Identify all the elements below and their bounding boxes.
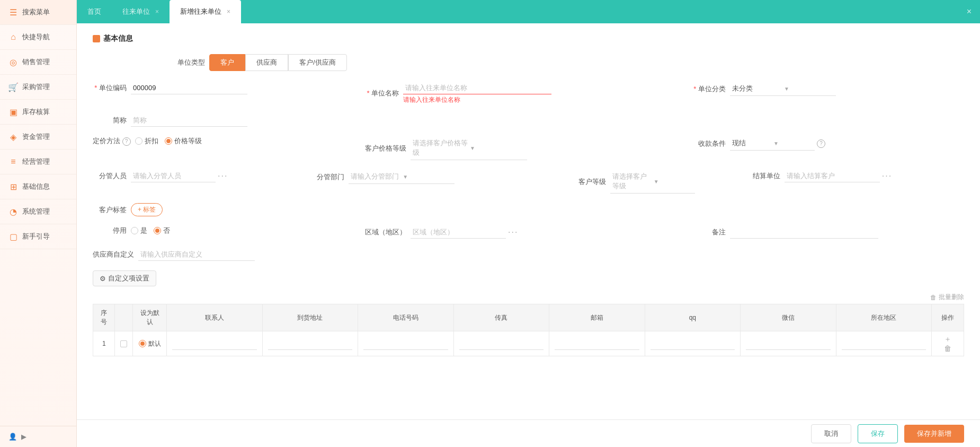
payment-help-icon[interactable]: ? bbox=[817, 139, 825, 148]
unit-code-input[interactable] bbox=[131, 82, 247, 94]
unit-category-select[interactable]: 未分类 ▼ bbox=[730, 82, 836, 96]
radio-disabled-no[interactable]: 否 bbox=[154, 226, 170, 235]
pricing-help-icon[interactable]: ? bbox=[122, 137, 131, 146]
field-supplier-custom: 供应商自定义 bbox=[93, 248, 964, 261]
sidebar-item-finance[interactable]: ◈ 资金管理 bbox=[0, 125, 76, 150]
field-manager: 分管人员 ··· bbox=[93, 170, 310, 182]
row-add-btn[interactable]: ＋ bbox=[942, 334, 954, 344]
tab-new-partner-close[interactable]: × bbox=[227, 8, 230, 15]
basic-icon: ⊞ bbox=[8, 182, 18, 191]
sidebar-item-quick-nav[interactable]: ⌂ 快捷导航 bbox=[0, 25, 76, 50]
radio-disabled-yes[interactable]: 是 bbox=[131, 226, 147, 235]
fax-input[interactable] bbox=[459, 337, 544, 350]
cell-email[interactable] bbox=[549, 331, 645, 356]
department-arrow: ▼ bbox=[403, 174, 452, 180]
manager-label: 分管人员 bbox=[93, 171, 131, 181]
cancel-button[interactable]: 取消 bbox=[811, 424, 851, 443]
radio-discount[interactable]: 折扣 bbox=[135, 136, 158, 146]
sidebar-label-quick-nav: 快捷导航 bbox=[22, 32, 50, 42]
tabbar-close-btn[interactable]: × bbox=[958, 7, 980, 16]
btn-both[interactable]: 客户/供应商 bbox=[288, 54, 347, 71]
department-select[interactable]: 请输入分管部门 ▼ bbox=[349, 170, 455, 184]
settlement-label: 结算单位 bbox=[746, 171, 785, 181]
cell-region[interactable] bbox=[836, 331, 931, 356]
custom-settings-area: ⚙ 自定义项设置 bbox=[93, 270, 964, 286]
field-settlement: 结算单位 ··· bbox=[746, 170, 964, 182]
row-checkbox[interactable] bbox=[120, 340, 127, 347]
unit-name-input[interactable] bbox=[403, 82, 551, 94]
cell-phone[interactable] bbox=[358, 331, 453, 356]
table-row: 1 默认 bbox=[93, 331, 964, 356]
sidebar-label-basic: 基础信息 bbox=[22, 182, 50, 191]
sidebar-item-search[interactable]: ☰ 搜索菜单 bbox=[0, 0, 76, 25]
remarks-input[interactable] bbox=[730, 226, 878, 239]
manager-more-btn[interactable]: ··· bbox=[216, 171, 230, 181]
supplier-custom-input[interactable] bbox=[138, 248, 255, 261]
customer-level-select[interactable]: 请选择客户等级 ▼ bbox=[610, 170, 695, 194]
customer-price-level-label: 客户价格等级 bbox=[365, 144, 411, 153]
customer-price-level-arrow: ▼ bbox=[470, 145, 525, 151]
btn-supplier[interactable]: 供应商 bbox=[245, 54, 288, 71]
tab-home[interactable]: 首页 bbox=[77, 0, 112, 23]
sidebar-avatar-icon: 👤 bbox=[8, 433, 17, 441]
add-tag-button[interactable]: + 标签 bbox=[131, 203, 163, 216]
row-unit-info: * 单位编码 * 单位名称 请输入往来单位名称 * 单位分类 bbox=[93, 82, 964, 104]
sidebar-item-operation[interactable]: ≡ 经营管理 bbox=[0, 150, 76, 174]
contact-input[interactable] bbox=[172, 337, 256, 350]
sidebar-item-basic[interactable]: ⊞ 基础信息 bbox=[0, 174, 76, 199]
sidebar-item-purchase[interactable]: 🛒 采购管理 bbox=[0, 75, 76, 100]
tab-partner[interactable]: 往来单位 × bbox=[112, 0, 170, 23]
sidebar-item-guide[interactable]: ▢ 新手引导 bbox=[0, 224, 76, 249]
customer-level-arrow: ▼ bbox=[654, 179, 693, 185]
qq-input[interactable] bbox=[651, 337, 735, 350]
cell-contact[interactable] bbox=[167, 331, 262, 356]
unit-category-arrow: ▼ bbox=[784, 86, 834, 92]
row-delete-btn[interactable]: 🗑 bbox=[942, 343, 954, 354]
btn-customer[interactable]: 客户 bbox=[209, 54, 245, 71]
region-input[interactable] bbox=[411, 226, 506, 239]
operation-icon: ≡ bbox=[8, 157, 18, 166]
cell-qq[interactable] bbox=[645, 331, 740, 356]
sidebar-item-system[interactable]: ◔ 系统管理 bbox=[0, 199, 76, 224]
wechat-input[interactable] bbox=[746, 337, 830, 350]
save-button[interactable]: 保存 bbox=[858, 424, 898, 443]
sidebar-label-guide: 新手引导 bbox=[22, 232, 50, 241]
col-header-phone: 电话号码 bbox=[358, 304, 453, 331]
email-input[interactable] bbox=[555, 337, 639, 350]
payment-terms-select[interactable]: 现结 ▼ bbox=[730, 136, 815, 151]
sales-icon: ◎ bbox=[8, 57, 18, 67]
custom-settings-button[interactable]: ⚙ 自定义项设置 bbox=[93, 270, 156, 286]
settlement-more-btn[interactable]: ··· bbox=[880, 171, 894, 181]
manager-input[interactable] bbox=[131, 170, 216, 182]
radio-price-level[interactable]: 价格等级 bbox=[165, 136, 202, 146]
cell-wechat[interactable] bbox=[741, 331, 836, 356]
address-input[interactable] bbox=[268, 337, 352, 350]
sidebar-item-sales[interactable]: ◎ 销售管理 bbox=[0, 50, 76, 75]
form-area: 基本信息 单位类型 客户 供应商 客户/供应商 * 单位编码 bbox=[77, 23, 980, 447]
settlement-input[interactable] bbox=[785, 170, 880, 182]
col-header-action: 操作 bbox=[932, 304, 964, 331]
field-customer-level: 客户等级 请选择客户等级 ▼ bbox=[572, 170, 746, 194]
tab-new-partner[interactable]: 新增往来单位 × bbox=[170, 0, 241, 23]
region-more-btn[interactable]: ··· bbox=[506, 227, 520, 237]
section-title: 基本信息 bbox=[93, 34, 964, 43]
customer-tag-label: 客户标签 bbox=[93, 205, 131, 215]
customer-price-level-select[interactable]: 请选择客户价格等级 ▼ bbox=[411, 136, 527, 160]
settings-gear-icon: ⚙ bbox=[100, 275, 106, 283]
row-manager: 分管人员 ··· 分管部门 请输入分管部门 ▼ 客户等级 bbox=[93, 170, 964, 194]
sidebar-label-finance: 资金管理 bbox=[22, 132, 50, 142]
table-region-input[interactable] bbox=[842, 337, 926, 350]
batch-delete-area[interactable]: 🗑 批量删除 bbox=[93, 293, 964, 302]
abbreviation-input[interactable] bbox=[131, 114, 247, 127]
tab-partner-close[interactable]: × bbox=[155, 8, 159, 15]
action-bar: 取消 保存 保存并新增 bbox=[77, 419, 980, 447]
row-default-radio[interactable] bbox=[139, 340, 146, 347]
cell-address[interactable] bbox=[262, 331, 358, 356]
sidebar-item-stock[interactable]: ▣ 库存核算 bbox=[0, 100, 76, 125]
purchase-icon: 🛒 bbox=[8, 82, 18, 92]
phone-input[interactable] bbox=[363, 337, 448, 350]
col-header-default: 设为默认 bbox=[133, 304, 167, 331]
save-add-button[interactable]: 保存并新增 bbox=[904, 425, 964, 443]
system-icon: ◔ bbox=[8, 207, 18, 216]
cell-fax[interactable] bbox=[453, 331, 549, 356]
